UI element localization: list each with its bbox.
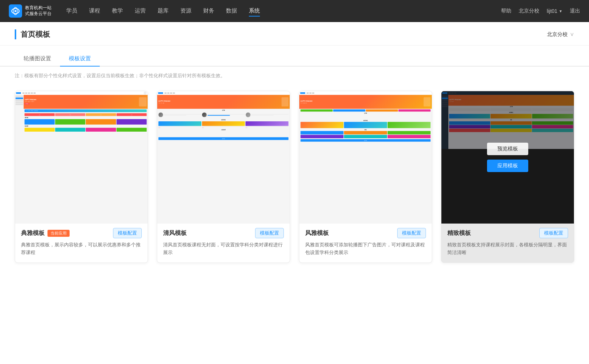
mock-site-elegant2: 托福TPO1-54真题及解析 广告口号 品牌展示 公开课 <box>299 91 432 147</box>
template-desc-elegant2: 风雅首页模板可添加轮播图下广告图片，可对课程及课程包设置学科分类展示 <box>305 241 426 257</box>
template-name-left-elegant: 典雅模板 当前应用 <box>21 229 70 237</box>
tab-carousel[interactable]: 轮播图设置 <box>15 51 60 67</box>
mock-site-clean: 托福TPO1-54真题及解析 广告 · 口号 · 促销 公开课 <box>157 91 290 147</box>
navbar: 教育机构一站 式服务云平台 学员 课程 教学 运营 题库 资源 财务 数据 系统… <box>0 0 589 22</box>
page-header: 首页模板 北京分校 ∨ <box>0 22 589 46</box>
template-name-clean: 清风模板 <box>163 229 187 237</box>
template-info-refined: 精致模板 模板配置 精致首页模板支持课程展示封面，各模板分隔明显，界面简洁清晰 <box>441 224 574 263</box>
template-preview-overlay-refined: 预览模板 应用模板 <box>441 91 574 224</box>
username-label: lijt01 <box>547 8 557 14</box>
tab-template[interactable]: 模板设置 <box>60 51 100 67</box>
config-button-refined[interactable]: 模板配置 <box>539 228 568 238</box>
template-desc-clean: 清风首页模板课程无封面，可设置按学科分类对课程进行展示 <box>163 241 284 257</box>
template-name-row-refined: 精致模板 模板配置 <box>447 228 568 238</box>
template-name-row-elegant: 典雅模板 当前应用 模板配置 <box>21 228 142 238</box>
template-card-elegant[interactable]: 托福TPO1-54真题及解析 广告语 · 品牌口号 · 促销文字 立即报名 30… <box>15 91 148 263</box>
template-name-left-elegant2: 风雅模板 <box>305 229 329 237</box>
user-dropdown-arrow: ▼ <box>559 9 562 13</box>
nav-item-courses[interactable]: 课程 <box>89 6 100 17</box>
branch-selector[interactable]: 北京分校 ∨ <box>547 31 574 38</box>
note-text: 注：模板有部分个性化样式设置，设置后仅当前模板生效；非个性化样式设置后针对所有模… <box>0 67 589 82</box>
mock-site-elegant: 托福TPO1-54真题及解析 广告语 · 品牌口号 · 促销文字 立即报名 30… <box>15 91 148 147</box>
branch-dropdown-arrow: ∨ <box>570 31 574 38</box>
template-card-elegant2[interactable]: 托福TPO1-54真题及解析 广告口号 品牌展示 公开课 <box>299 91 432 263</box>
template-name-left-clean: 清风模板 <box>163 229 187 237</box>
template-info-clean: 清风模板 模板配置 清风首页模板课程无封面，可设置按学科分类对课程进行展示 <box>157 224 290 263</box>
template-name-refined: 精致模板 <box>447 229 471 237</box>
nav-item-finance[interactable]: 财务 <box>203 6 214 17</box>
nav-item-resources[interactable]: 资源 <box>180 6 191 17</box>
nav-item-operations[interactable]: 运营 <box>135 6 146 17</box>
template-badge-current: 当前应用 <box>47 230 70 237</box>
user-menu[interactable]: lijt01 ▼ <box>547 8 562 14</box>
logo-text: 教育机构一站 式服务云平台 <box>25 5 52 17</box>
logo[interactable]: 教育机构一站 式服务云平台 <box>9 4 52 18</box>
template-name-row-clean: 清风模板 模板配置 <box>163 228 284 238</box>
tabs-container: 轮播图设置 模板设置 <box>0 51 589 67</box>
template-preview-elegant: 托福TPO1-54真题及解析 广告语 · 品牌口号 · 促销文字 立即报名 30… <box>15 91 148 224</box>
nav-menu: 学员 课程 教学 运营 题库 资源 财务 数据 系统 <box>66 6 501 17</box>
template-name-row-elegant2: 风雅模板 模板配置 <box>305 228 426 238</box>
help-link[interactable]: 帮助 <box>501 8 511 14</box>
nav-item-system[interactable]: 系统 <box>249 6 260 17</box>
config-button-clean[interactable]: 模板配置 <box>255 228 284 238</box>
config-button-elegant2[interactable]: 模板配置 <box>397 228 426 238</box>
preview-button-refined[interactable]: 预览模板 <box>487 143 528 155</box>
templates-grid: 托福TPO1-54真题及解析 广告语 · 品牌口号 · 促销文字 立即报名 30… <box>0 82 589 278</box>
template-name-left-refined: 精致模板 <box>447 229 471 237</box>
branch-label: 北京分校 <box>547 31 568 38</box>
template-desc-refined: 精致首页模板支持课程展示封面，各模板分隔明显，界面简洁清晰 <box>447 241 568 257</box>
template-name-elegant: 典雅模板 <box>21 229 45 237</box>
template-preview-clean: 托福TPO1-54真题及解析 广告 · 口号 · 促销 公开课 <box>157 91 290 224</box>
page-title: 首页模板 <box>15 29 50 39</box>
template-name-elegant2: 风雅模板 <box>305 229 329 237</box>
nav-item-teaching[interactable]: 教学 <box>112 6 123 17</box>
page-container: 首页模板 北京分校 ∨ 轮播图设置 模板设置 注：模板有部分个性化样式设置，设置… <box>0 22 589 364</box>
nav-item-questions[interactable]: 题库 <box>158 6 169 17</box>
navbar-right: 帮助 北京分校 lijt01 ▼ 退出 <box>501 8 580 14</box>
template-info-elegant: 典雅模板 当前应用 模板配置 典雅首页模板，展示内容较多，可以展示优惠券和多个推… <box>15 224 148 263</box>
branch-link[interactable]: 北京分校 <box>519 8 539 14</box>
svg-point-2 <box>15 10 17 12</box>
template-info-elegant2: 风雅模板 模板配置 风雅首页模板可添加轮播图下广告图片，可对课程及课程包设置学科… <box>299 224 432 263</box>
template-preview-refined: 托福TPO1-54真题及解析 广告口号展示 公开课 <box>441 91 574 224</box>
template-card-clean[interactable]: 托福TPO1-54真题及解析 广告 · 口号 · 促销 公开课 <box>157 91 290 263</box>
config-button-elegant[interactable]: 模板配置 <box>113 228 142 238</box>
nav-item-students[interactable]: 学员 <box>66 6 77 17</box>
logo-icon <box>9 4 22 18</box>
template-preview-elegant2: 托福TPO1-54真题及解析 广告口号 品牌展示 公开课 <box>299 91 432 224</box>
logout-button[interactable]: 退出 <box>570 8 580 14</box>
template-card-refined[interactable]: 托福TPO1-54真题及解析 广告口号展示 公开课 <box>441 91 574 263</box>
apply-button-refined[interactable]: 应用模板 <box>487 160 528 172</box>
nav-item-data[interactable]: 数据 <box>226 6 237 17</box>
template-desc-elegant: 典雅首页模板，展示内容较多，可以展示优惠券和多个推荐课程 <box>21 241 142 257</box>
